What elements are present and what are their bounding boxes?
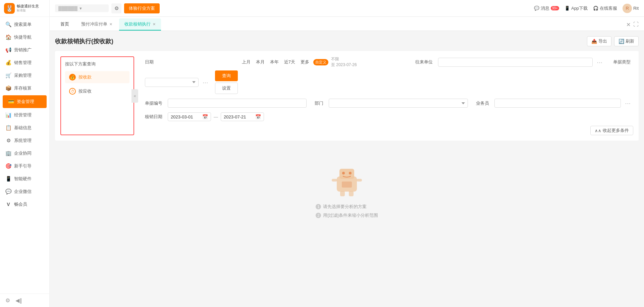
message-button[interactable]: 💬 消息 99+ [534,5,559,11]
sidebar-item-system[interactable]: ⚙ 系统管理 [0,134,49,147]
sales-icon: 💰 [5,60,11,66]
tab-prepay-close[interactable]: ✕ [109,22,112,27]
writeoff-date-end-wrap[interactable]: 📅 [221,112,264,121]
tab-receipt-writeoff-close[interactable]: ✕ [153,22,156,27]
department-select[interactable] [329,99,468,108]
writeoff-date-end-input[interactable] [224,114,254,119]
sidebar-settings-icon[interactable]: ⚙ [5,297,10,304]
sidebar-item-hardware[interactable]: 📱 智能硬件 [0,172,49,185]
tab-receipt-writeoff[interactable]: 收款核销执行 ✕ [119,18,161,31]
counterparty-label: 往来单位 [410,59,435,65]
inventory-icon: 📦 [5,85,11,91]
voucher-no-label: 单据编号 [145,100,165,106]
counterparty-input[interactable] [438,58,593,67]
writeoff-date-start-wrap[interactable]: 📅 [168,112,211,121]
user-profile[interactable]: R Rit [623,4,639,13]
voucher-type-wrap: ··· 查询 设置 [145,70,238,94]
writeoff-date-start-input[interactable] [171,114,201,119]
empty-hint-1: 1 请先选择要分析的方案 [316,204,378,210]
filter-row-2: 单据编号 部门 业务员 ··· [145,99,633,108]
writeoff-date-end-calendar-icon[interactable]: 📅 [255,114,261,119]
date-shortcut-more[interactable]: 更多 [299,58,311,66]
date-custom-badge[interactable]: 自定义 [313,59,328,65]
tab-home[interactable]: 首页 [55,18,74,31]
sidebar-label-member: 畅会员 [14,201,27,207]
sidebar-item-purchase[interactable]: 🛒 采购管理 [0,69,49,82]
page-title-bar: 收款核销执行(按收款) 📤 导出 🔄 刷新 [55,36,639,46]
voucher-no-input[interactable] [168,99,307,108]
sidebar-item-guide[interactable]: 🎯 新手引导 [0,160,49,172]
svg-rect-6 [340,191,345,196]
more-conditions-chevron-icon: ∧∧ [595,128,601,133]
export-button[interactable]: 📤 导出 [587,36,611,46]
tab-bar: 首页 预付冲应付单 ✕ 收款核销执行 ✕ ✕ ⛶ [50,17,644,31]
by-receivable-icon: ⏱ [69,88,76,95]
quick-nav-icon: 🏠 [5,34,11,40]
page-title: 收款核销执行(按收款) [55,37,113,45]
voucher-type-dots[interactable]: ··· [200,79,211,86]
scheme-collapse-button[interactable]: « [131,89,138,103]
tab-prepay[interactable]: 预付冲应付单 ✕ [76,18,118,31]
filter-option-by-receivable[interactable]: ⏱ 按应收 [65,85,129,97]
date-shortcut-7days[interactable]: 近7天 [283,58,297,66]
svg-point-3 [349,172,352,174]
more-conditions-button[interactable]: ∧∧ 收起更多条件 [590,126,633,135]
counterparty-dots[interactable]: ··· [594,58,605,66]
tab-receipt-writeoff-label: 收款核销执行 [124,21,151,27]
sidebar-label-operations: 经营管理 [14,112,32,118]
sidebar-item-quick-nav[interactable]: 🏠 快捷导航 [0,31,49,44]
staff-dots[interactable]: ··· [622,99,633,107]
app-download-icon: 📱 [565,6,570,11]
sidebar-item-wechat[interactable]: 💬 企业微信 [0,185,49,198]
date-shortcut-this-month[interactable]: 本月 [255,58,266,66]
sidebar-item-basic-info[interactable]: 📋 基础信息 [0,121,49,134]
date-label: 日期 [145,59,238,65]
header-search-area[interactable]: ▓▓▓▓▓▓ ▼ [55,4,109,12]
sidebar-item-finance[interactable]: 💳 资金管理 [3,95,47,108]
date-shortcut-last-month[interactable]: 上月 [240,58,252,66]
sidebar-nav: 🔍 搜索菜单 🏠 快捷导航 📢 营销推广 💰 销售管理 🛒 采购管理 📦 库存核… [0,17,49,294]
app-download-button[interactable]: 📱 App下载 [565,5,588,11]
sidebar-item-sales[interactable]: 💰 销售管理 [0,56,49,69]
customer-service-label: 在线客服 [600,5,617,11]
writeoff-date-separator: — [214,114,218,119]
tab-bar-actions: ✕ ⛶ [626,21,639,28]
header-right: 💬 消息 99+ 📱 App下载 🎧 在线客服 R Rit [534,4,639,13]
message-label: 消息 [541,5,549,11]
logo-badge: 标准版 [17,8,39,13]
tab-expand-icon[interactable]: ⛶ [633,21,639,28]
sidebar-collapse-icon[interactable]: ◀‖ [15,297,22,304]
sidebar-item-inventory[interactable]: 📦 库存核算 [0,82,49,95]
industry-solution-button[interactable]: 体验行业方案 [124,3,160,13]
sidebar-item-search-menu[interactable]: 🔍 搜索菜单 [0,18,49,31]
staff-label: 业务员 [471,100,492,106]
settings-button[interactable]: 设置 [215,83,238,94]
date-nolimit-text: 不限 [331,56,357,62]
sidebar-item-marketing[interactable]: 📢 营销推广 [0,44,49,56]
sidebar-item-member[interactable]: V 畅会员 [0,198,49,211]
message-badge: 99+ [551,6,559,10]
export-label: 导出 [598,38,607,44]
date-shortcut-this-year[interactable]: 本年 [269,58,280,66]
filter-option-by-receipt[interactable]: 💰 按收款 [65,71,129,83]
sidebar-item-enterprise[interactable]: 🏢 企业协同 [0,147,49,160]
header-gear-button[interactable]: ⚙ [111,3,121,13]
sidebar-label-purchase: 采购管理 [14,72,32,79]
by-receivable-label: 按应收 [78,88,92,94]
svg-point-2 [342,172,345,174]
writeoff-date-start-calendar-icon[interactable]: 📅 [202,114,208,119]
header-left: ▓▓▓▓▓▓ ▼ ⚙ 体验行业方案 [55,3,160,13]
refresh-button[interactable]: 🔄 刷新 [614,36,639,46]
counterparty-input-wrap: ··· [438,58,605,67]
logo-name: 畅捷通好生意 [17,4,39,8]
staff-wrap: ··· [494,99,633,108]
sidebar-label-basic-info: 基础信息 [14,125,32,131]
tab-close-all-icon[interactable]: ✕ [626,21,631,28]
voucher-type-select[interactable] [145,78,199,87]
customer-service-button[interactable]: 🎧 在线客服 [593,5,617,11]
refresh-icon: 🔄 [619,39,624,44]
query-button[interactable]: 查询 [215,70,238,81]
hint-num-2: 2 [316,213,321,218]
sidebar-item-operations[interactable]: 📊 经营管理 [0,109,49,121]
staff-input[interactable] [494,99,621,108]
